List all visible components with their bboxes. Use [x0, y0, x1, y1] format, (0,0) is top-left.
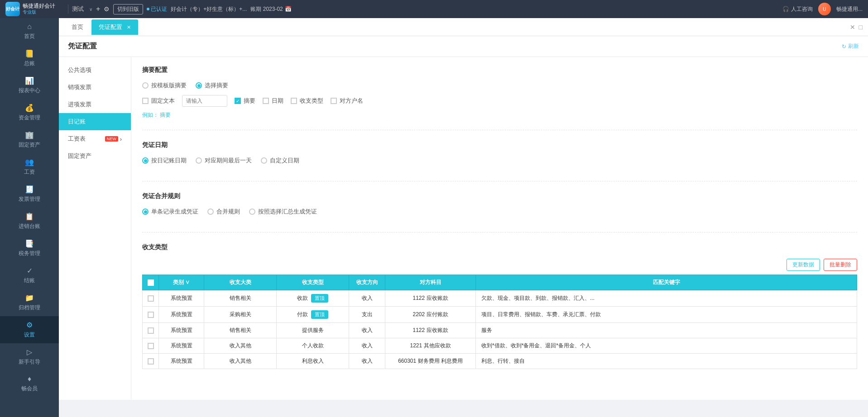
sidebar-label-settings: 设置	[24, 331, 35, 339]
checkbox-date[interactable]: 日期	[263, 97, 283, 105]
checkbox-date-label: 日期	[272, 97, 283, 105]
td-checkbox-4[interactable]	[143, 338, 159, 354]
radio-merge-circle	[207, 208, 214, 215]
select-all-checkbox[interactable]	[148, 280, 154, 286]
sales-icon: 📋	[25, 212, 34, 221]
checkbox-fixed-text[interactable]: 固定文本	[142, 97, 175, 105]
radio-custom-date[interactable]: 自定义日期	[261, 156, 299, 165]
table-header-row: 类别 ∨ 收支大类 收支类型 收支方向 对方科目 匹配关键字	[143, 275, 857, 290]
tag-top-button-1[interactable]: 置顶	[311, 294, 328, 303]
checkbox-payment-type-label: 收支类型	[300, 97, 323, 105]
payment-type-table: 类别 ∨ 收支大类 收支类型 收支方向 对方科目 匹配关键字	[142, 275, 857, 369]
subnav-public[interactable]: 公共选项	[59, 62, 131, 79]
nav-add-button[interactable]: +	[96, 5, 100, 13]
td-checkbox-1[interactable]	[143, 290, 159, 307]
example-label: 例如：	[142, 112, 158, 118]
subnav-sales-invoice[interactable]: 销项发票	[59, 79, 131, 96]
td-checkbox-2[interactable]	[143, 307, 159, 323]
nav-gear-button[interactable]: ⚙	[104, 5, 110, 13]
sidebar-item-ledger[interactable]: 📒 总账	[0, 45, 59, 72]
radio-template[interactable]: 按模板版摘要	[142, 81, 187, 90]
sidebar-item-member[interactable]: ♦ 畅会员	[0, 370, 59, 397]
td-keyword-5: 利息、行转、接自	[476, 354, 857, 369]
certified-dot-icon	[147, 8, 149, 10]
sidebar-item-fixed-asset[interactable]: 🏢 固定资产	[0, 126, 59, 153]
checkbox-counterparty[interactable]: 对方户名	[331, 97, 363, 105]
radio-single[interactable]: 单条记录生成凭证	[142, 208, 198, 216]
sidebar-item-salary[interactable]: 👥 工资	[0, 153, 59, 180]
tab-close-icon[interactable]: ✕	[127, 24, 131, 30]
sidebar-label-archive: 归档管理	[19, 304, 40, 312]
merge-rule-radio-group: 单条记录生成凭证 合并规则 按照选择汇总生成凭证	[142, 208, 857, 216]
td-checkbox-5[interactable]	[143, 354, 159, 369]
voucher-date-title: 凭证日期	[142, 141, 857, 149]
radio-select-total[interactable]: 按照选择汇总生成凭证	[249, 208, 317, 216]
calendar-icon[interactable]: 📅	[285, 6, 292, 12]
sidebar-label-close: 结账	[24, 277, 35, 284]
sidebar-item-sales[interactable]: 📋 进销台账	[0, 208, 59, 235]
nav-test-arrow[interactable]: ∨	[89, 7, 92, 12]
update-data-button[interactable]: 更新数据	[786, 259, 820, 271]
tab-bar-right: ✕ □	[850, 24, 863, 31]
brand-logo-area: 好会计 畅捷通好会计 专业版	[5, 2, 64, 16]
sidebar-item-guide[interactable]: ▷ 新手引导	[0, 343, 59, 370]
page-header: 凭证配置 ↻ 刷新	[59, 36, 868, 57]
sidebar-item-archive[interactable]: 📁 归档管理	[0, 289, 59, 316]
sidebar-item-close[interactable]: ✓ 结账	[0, 262, 59, 289]
sidebar-item-settings[interactable]: ⚙ 设置	[0, 316, 59, 343]
sidebar-item-report[interactable]: 📊 报表中心	[0, 72, 59, 99]
table-action-row: 更新数据 批量删除	[142, 259, 857, 271]
checkbox-summary[interactable]: ✓ 摘要	[235, 97, 255, 105]
td-checkbox-3[interactable]	[143, 323, 159, 338]
member-icon: ♦	[28, 375, 31, 383]
top-nav-right: 🎧 人工咨询 U 畅捷通用...	[782, 3, 863, 15]
sidebar-item-tax[interactable]: 📑 税务管理	[0, 235, 59, 262]
td-type-2: 付款 置顶	[277, 307, 349, 323]
subnav-journal[interactable]: 日记账	[59, 113, 131, 130]
td-direction-5: 收入	[349, 354, 385, 369]
refresh-button[interactable]: ↻ 刷新	[842, 43, 859, 50]
service-button[interactable]: 🎧 人工咨询	[782, 5, 813, 13]
sub-navigation: 公共选项 销项发票 进项发票 日记账 工资表	[59, 57, 131, 400]
fixed-text-input[interactable]	[182, 95, 227, 107]
switch-version-button[interactable]: 切到旧版	[113, 4, 143, 14]
sidebar-item-home[interactable]: ⌂ 首页	[0, 18, 59, 45]
table-body: 系统预置 销售相关 收款 置顶 收入 1122 应收账款 欠款、现金、项目款、到…	[143, 290, 857, 369]
radio-journal-date[interactable]: 按日记账日期	[142, 156, 187, 165]
checkbox-payment-type[interactable]: 收支类型	[291, 97, 323, 105]
td-category-5: 系统预置	[159, 354, 204, 369]
sidebar-item-invoice[interactable]: 🧾 发票管理	[0, 180, 59, 208]
tab-home[interactable]: 首页	[64, 19, 91, 35]
tab-bar: 首页 凭证配置 ✕ ✕ □	[59, 18, 868, 36]
subnav-fixed-asset[interactable]: 固定资产	[59, 147, 131, 165]
th-checkbox[interactable]	[143, 275, 159, 290]
user-avatar[interactable]: U	[818, 3, 831, 15]
td-account-3: 1122 应收账款	[385, 323, 476, 338]
sidebar-label-guide: 新手引导	[19, 358, 40, 366]
batch-delete-button[interactable]: 批量删除	[824, 259, 857, 271]
sidebar-label-finance: 资金管理	[19, 114, 40, 122]
td-direction-3: 收入	[349, 323, 385, 338]
td-direction-2: 支出	[349, 307, 385, 323]
period-badge: 账期 2023-02 📅	[250, 5, 291, 13]
payment-type-title: 收支类型	[142, 243, 857, 251]
tab-voucher-config[interactable]: 凭证配置 ✕	[91, 19, 138, 35]
td-keyword-4: 收到*借款、收到*备用金、退回*备用金、个人	[476, 338, 857, 354]
window-close-button[interactable]: ✕	[850, 24, 855, 31]
merge-rule-title: 凭证合并规则	[142, 192, 857, 200]
radio-period-last-label: 对应期间最后一天	[205, 156, 252, 165]
sidebar-item-finance[interactable]: 💰 资金管理	[0, 99, 59, 126]
new-badge: NEW	[105, 136, 118, 142]
invoice-icon: 🧾	[25, 185, 34, 194]
summary-checkbox-group: 固定文本 ✓ 摘要 日期	[142, 95, 857, 107]
radio-select-summary[interactable]: 选择摘要	[196, 81, 228, 90]
radio-merge[interactable]: 合并规则	[207, 208, 240, 216]
td-category-2: 系统预置	[159, 307, 204, 323]
radio-select-circle	[196, 82, 202, 89]
radio-period-last[interactable]: 对应期间最后一天	[196, 156, 252, 165]
tag-top-button-2[interactable]: 置顶	[311, 310, 328, 319]
subnav-salary-table[interactable]: 工资表 NEW ›	[59, 130, 131, 147]
window-maximize-button[interactable]: □	[859, 24, 863, 31]
subnav-purchase-invoice[interactable]: 进项发票	[59, 96, 131, 113]
checkbox-fixed-text-label: 固定文本	[151, 97, 175, 105]
